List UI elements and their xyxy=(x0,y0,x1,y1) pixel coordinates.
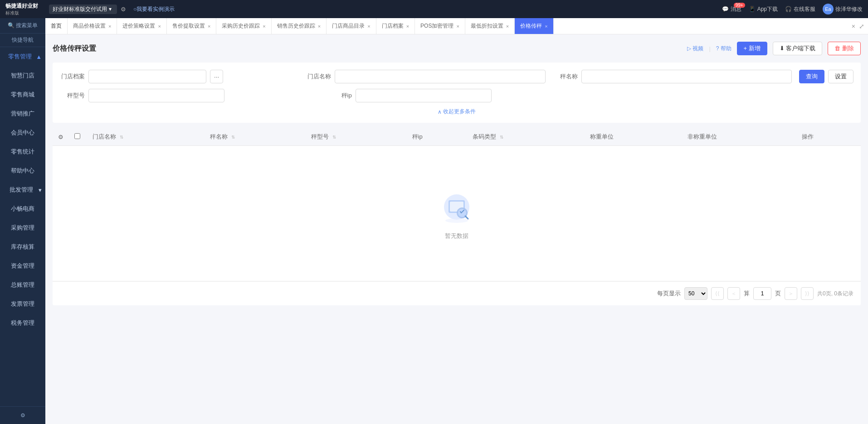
store-archive-ellipsis[interactable]: ··· xyxy=(210,70,223,83)
prev-page-button[interactable]: ＜ xyxy=(727,287,740,300)
sort-icon-barcode-type[interactable]: ⇅ xyxy=(500,135,503,140)
message-icon: 💬 xyxy=(722,6,729,12)
tab-home[interactable]: 首页 xyxy=(45,18,68,34)
sidebar-item-marketing-label: 营销推广 xyxy=(4,110,42,118)
form-item-scale-ip: 秤ip xyxy=(327,89,587,102)
tab-store-catalog-close[interactable]: × xyxy=(367,24,370,29)
tab-product-price-close[interactable]: × xyxy=(108,24,111,29)
demo-button[interactable]: ○ 我要看实例演示 xyxy=(133,5,175,13)
tab-store-archive-close[interactable]: × xyxy=(406,24,409,29)
tab-pos-encrypt[interactable]: POS加密管理 × xyxy=(415,18,465,34)
last-page-button[interactable]: ⟩⟩ xyxy=(801,287,814,300)
sidebar-item-retail[interactable]: 零售管理 ▲ xyxy=(0,47,45,66)
sidebar-item-inventory[interactable]: 库存核算 xyxy=(0,237,45,256)
sidebar-quick-nav[interactable]: 快捷导航 xyxy=(0,34,45,47)
sidebar-item-retail-mall[interactable]: 零售商城 xyxy=(0,85,45,104)
demo-label: 我要看实例演示 xyxy=(137,5,175,13)
close-all-icon[interactable]: × xyxy=(852,23,855,30)
help-link[interactable]: ? 帮助 xyxy=(716,45,731,53)
sidebar-item-retail-stats[interactable]: 零售统计 xyxy=(0,142,45,161)
first-page-button[interactable]: ⟨⟨ xyxy=(711,287,724,300)
scale-model-input[interactable] xyxy=(88,89,224,102)
sidebar-item-tax[interactable]: 税务管理 xyxy=(0,313,45,332)
sidebar-item-ecommerce-label: 小畅电商 xyxy=(4,205,42,213)
tab-product-price[interactable]: 商品价格设置 × xyxy=(68,18,117,34)
expand-icon[interactable]: ⤢ xyxy=(859,23,864,30)
table-header-settings[interactable]: ⚙ xyxy=(53,128,69,146)
tab-purchase-history[interactable]: 采购历史价跟踪 × xyxy=(216,18,271,34)
page-number-input[interactable] xyxy=(753,287,771,300)
sidebar-item-invoice[interactable]: 发票管理 xyxy=(0,294,45,313)
next-page-button[interactable]: ＞ xyxy=(785,287,797,300)
sort-icon-scale-name[interactable]: ⇅ xyxy=(231,135,235,140)
app-download-button[interactable]: 📱 App下载 xyxy=(749,5,778,13)
user-initials: Ea xyxy=(825,6,831,12)
sidebar-item-finance[interactable]: 资金管理 xyxy=(0,256,45,275)
tab-pos-encrypt-close[interactable]: × xyxy=(456,24,459,29)
user-menu[interactable]: Ea 徐泽华修改 xyxy=(823,4,863,14)
sidebar-item-help-label: 帮助中心 xyxy=(4,167,42,175)
tab-min-discount-label: 最低折扣设置 xyxy=(471,22,503,30)
sidebar-item-member-label: 会员中心 xyxy=(4,129,42,137)
collapse-button[interactable]: ∧ 收起更多条件 xyxy=(438,108,476,116)
delete-button[interactable]: 🗑 删除 xyxy=(828,42,861,55)
tab-purchase-history-close[interactable]: × xyxy=(263,24,265,29)
store-archive-input[interactable] xyxy=(88,70,206,83)
tab-store-catalog[interactable]: 门店商品目录 × xyxy=(327,18,376,34)
tab-store-archive[interactable]: 门店档案 × xyxy=(376,18,415,34)
tab-price-scale[interactable]: 价格传秤 × xyxy=(515,18,553,34)
page-size-label: 每页显示 xyxy=(657,289,681,298)
gear-icon: ⚙ xyxy=(121,6,126,13)
top-settings-button[interactable]: ⚙ xyxy=(121,6,126,13)
tab-min-discount-close[interactable]: × xyxy=(506,24,509,29)
select-all-checkbox[interactable] xyxy=(74,133,80,139)
settings-label: 设置 xyxy=(835,72,847,81)
sidebar-item-smart-store[interactable]: 智慧门店 xyxy=(0,66,45,85)
tab-sale-price[interactable]: 售价提取设置 × xyxy=(167,18,216,34)
tab-purchase-strategy[interactable]: 进价策略设置 × xyxy=(117,18,166,34)
sort-icon-scale-model[interactable]: ⇅ xyxy=(332,135,336,140)
page-suffix: 页 xyxy=(775,289,781,298)
delete-label: 🗑 删除 xyxy=(834,44,854,53)
store-name-input[interactable] xyxy=(335,70,545,83)
app-download-label: App下载 xyxy=(757,5,778,13)
help-label: 帮助 xyxy=(721,45,731,53)
messages-button[interactable]: 💬 消息 99+ xyxy=(722,5,741,13)
sidebar-item-purchase[interactable]: 采购管理 xyxy=(0,218,45,237)
sidebar-bottom-settings[interactable]: ⚙ xyxy=(0,406,45,424)
table-header-scale-model: 秤型号 ⇅ xyxy=(306,128,407,146)
scale-ip-input[interactable] xyxy=(356,89,492,102)
table-header-checkbox[interactable] xyxy=(69,128,87,146)
tab-purchase-strategy-close[interactable]: × xyxy=(158,24,161,29)
phone-icon: 📱 xyxy=(749,6,756,12)
video-link[interactable]: ▷ 视频 xyxy=(687,45,703,53)
sidebar-item-marketing[interactable]: 营销推广 xyxy=(0,104,45,123)
page-size-select[interactable]: 50 10 20 100 xyxy=(684,287,707,300)
sidebar-item-ledger[interactable]: 总账管理 xyxy=(0,275,45,294)
settings-button[interactable]: 设置 xyxy=(828,70,853,83)
download-button[interactable]: ⬇ 客户端下载 xyxy=(773,42,823,55)
online-service-button[interactable]: 🎧 在线客服 xyxy=(785,5,815,13)
video-label: 视频 xyxy=(692,45,703,53)
tab-price-scale-close[interactable]: × xyxy=(545,24,547,29)
sidebar-search[interactable]: 🔍 搜索菜单 xyxy=(0,18,45,34)
table-header-weight-unit: 称重单位 xyxy=(585,128,682,146)
sidebar-item-member[interactable]: 会员中心 xyxy=(0,123,45,142)
sidebar-item-ecommerce[interactable]: 小畅电商 xyxy=(0,199,45,218)
tab-sale-price-close[interactable]: × xyxy=(208,24,210,29)
divider-1: | xyxy=(709,45,710,52)
dropdown-icon: ▾ xyxy=(109,6,112,12)
version-label: 好业财标准版交付试用 xyxy=(53,5,107,13)
add-button[interactable]: + 新增 xyxy=(737,42,767,55)
chevron-up-icon: ∧ xyxy=(438,109,442,115)
tab-min-discount[interactable]: 最低折扣设置 × xyxy=(465,18,515,34)
sort-icon-store-name[interactable]: ⇅ xyxy=(120,135,123,140)
scale-name-input[interactable] xyxy=(581,70,792,83)
tab-sales-history-close[interactable]: × xyxy=(318,24,321,29)
query-button[interactable]: 查询 xyxy=(799,70,824,83)
tab-sales-history[interactable]: 销售历史价跟踪 × xyxy=(272,18,327,34)
sidebar-item-help[interactable]: 帮助中心 xyxy=(0,161,45,180)
version-selector[interactable]: 好业财标准版交付试用 ▾ xyxy=(49,5,117,14)
tabs-bar: 首页 商品价格设置 × 进价策略设置 × 售价提取设置 × 采购历史价跟踪 × xyxy=(45,18,868,34)
sidebar-item-wholesale[interactable]: 批发管理 ▾ xyxy=(0,180,45,199)
